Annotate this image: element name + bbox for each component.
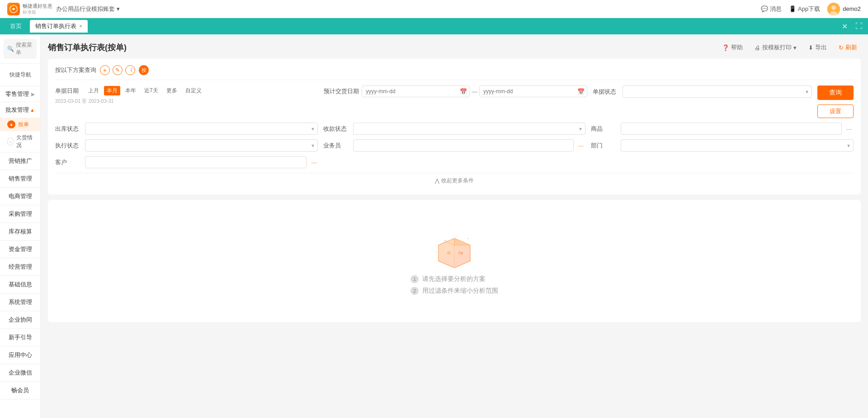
collapse-more-btn[interactable]: ⋀ 收起更多条件: [55, 173, 854, 188]
empty-step-2: 2 用过滤条件来缩小分析范围: [410, 287, 498, 295]
sidebar-item-inventory[interactable]: 库存核算: [0, 223, 40, 241]
sidebar-item-marketing[interactable]: 营销推广: [0, 152, 40, 170]
sidebar-item-coop[interactable]: 企业协同: [0, 311, 40, 329]
status-select[interactable]: [623, 86, 812, 98]
sidebar-item-finance[interactable]: 资金管理: [0, 241, 40, 258]
svg-marker-6: [454, 238, 470, 245]
edit-scheme-btn[interactable]: ✎: [113, 65, 123, 75]
print-dropdown-icon: ▾: [793, 44, 797, 51]
sidebar-item-vip[interactable]: 畅会员: [0, 382, 40, 399]
customer-more-btn[interactable]: ···: [309, 158, 319, 166]
logo-text: 畅捷通好生意 标准版: [23, 3, 52, 15]
export-icon: ⬇: [808, 44, 813, 51]
help-btn[interactable]: ❓ 帮助: [718, 42, 746, 53]
goods-input[interactable]: [621, 123, 841, 135]
empty-state: ✦ 1 请先选择要分析的方案 2 用过滤条件来缩小分析范围: [48, 200, 861, 322]
svg-point-11: [436, 252, 437, 253]
sidebar-item-wechat[interactable]: 企业微信: [0, 364, 40, 382]
date-label: 单据日期: [55, 87, 82, 95]
sidebar-item-basics[interactable]: 基础信息: [0, 276, 40, 294]
customer-label: 客户: [55, 158, 82, 166]
message-btn[interactable]: 💬 消息: [761, 5, 782, 13]
department-filter: 部门: [591, 139, 854, 152]
tab-maximize-btn[interactable]: ⛶: [854, 21, 864, 32]
single-status-filter: 单据状态 ▾: [593, 86, 812, 98]
query-btn-group: 查询 设置: [817, 86, 854, 118]
goods-more-btn[interactable]: ···: [844, 125, 854, 133]
date-more-btn[interactable]: 更多: [163, 86, 180, 96]
sidebar-search-area: 🔍 搜索菜单: [0, 34, 40, 64]
svg-point-12: [447, 251, 451, 255]
settings-btn[interactable]: 设置: [817, 104, 854, 118]
expected-date-end-wrap: 📅: [479, 86, 587, 97]
print-btn[interactable]: 🖨 按模板打印 ▾: [751, 42, 800, 53]
collapse-up-icon: ⋀: [435, 178, 439, 184]
add-scheme-btn[interactable]: +: [100, 65, 110, 75]
sidebar-item-system[interactable]: 系统管理: [0, 294, 40, 311]
sidebar-item-appstore[interactable]: 应用中心: [0, 347, 40, 364]
sidebar-item-retail[interactable]: 零售管理 ▶: [0, 86, 40, 102]
execution-status-label: 执行状态: [55, 142, 82, 150]
goods-filter: 商品 ···: [591, 123, 854, 135]
empty-step-1: 1 请先选择要分析的方案: [410, 275, 498, 283]
tab-close-btn[interactable]: ×: [79, 24, 82, 29]
date-7days-btn[interactable]: 近7天: [141, 86, 161, 96]
execution-status-select[interactable]: [85, 139, 318, 152]
warehouse-status-select[interactable]: [85, 123, 318, 135]
active-scheme: 按: [139, 65, 149, 75]
execution-status-wrap: [85, 139, 318, 152]
search-menu-btn[interactable]: 🔍 搜索菜单: [4, 39, 37, 59]
date-range-text: 2023-03-01 至 2023-03-31: [55, 98, 114, 104]
date-separator: —: [472, 88, 477, 95]
date-last-month-btn[interactable]: 上月: [85, 86, 102, 96]
tab-home[interactable]: 首页: [4, 20, 28, 33]
sidebar-nav: 快捷导航: [0, 64, 40, 86]
status-select-wrapper: ▾: [623, 86, 812, 98]
sidebar-sub-欠货情况[interactable]: ○ 欠货情况: [0, 131, 40, 152]
sidebar-item-business[interactable]: 经营管理: [0, 258, 40, 276]
collection-status-wrap: [353, 123, 586, 135]
sidebar-sub-按单[interactable]: ● 按单: [0, 118, 40, 131]
query-btn[interactable]: 查询: [817, 86, 854, 100]
customer-input[interactable]: [85, 156, 307, 168]
message-icon: 💬: [761, 5, 768, 12]
salesperson-input[interactable]: [353, 139, 574, 152]
sidebar-item-newbie[interactable]: 新手引导: [0, 329, 40, 347]
app-download-btn[interactable]: 📱 App下载: [789, 5, 820, 13]
salesperson-filter: 业务员 ···: [323, 139, 586, 152]
collection-status-select[interactable]: [353, 123, 586, 135]
logo-icon: [7, 3, 20, 15]
expected-date-start-input[interactable]: [362, 86, 470, 97]
sidebar-quick-nav[interactable]: 快捷导航: [0, 67, 40, 82]
sidebar-item-sales[interactable]: 销售管理: [0, 170, 40, 188]
department-select[interactable]: [621, 139, 854, 152]
chevron-down-icon: ▾: [117, 5, 120, 12]
expected-date-filter: 预计交货日期 📅 — 📅: [324, 86, 587, 97]
svg-point-13: [458, 251, 462, 255]
scheme-item-按单[interactable]: 按: [139, 65, 149, 75]
date-custom-btn[interactable]: 自定义: [182, 86, 205, 96]
warehouse-status-filter: 出库状态: [55, 123, 318, 135]
filter-panel: 按以下方案查询 + ✎ 《 按: [48, 59, 861, 195]
tab-close-window-btn[interactable]: ✕: [839, 21, 850, 32]
date-this-year-btn[interactable]: 本年: [122, 86, 139, 96]
scheme-label: 按以下方案查询: [55, 66, 96, 74]
date-quick-btns: 上月 本月 本年 近7天 更多 自定义: [85, 86, 205, 96]
sidebar-item-wholesale[interactable]: 批发管理 ▲: [0, 102, 40, 118]
export-btn[interactable]: ⬇ 导出: [805, 42, 830, 53]
tab-current[interactable]: 销售订单执行表 ×: [30, 20, 88, 33]
download-icon: 📱: [789, 5, 796, 12]
user-profile[interactable]: demo2: [827, 3, 861, 15]
filter-row-2: 出库状态 收款状态 商品: [55, 123, 854, 135]
refresh-btn[interactable]: ↻ 刷新: [835, 42, 861, 53]
sidebar-item-ecom[interactable]: 电商管理: [0, 188, 40, 205]
app-selector[interactable]: 办公用品行业模拟账套 ▾: [56, 5, 120, 13]
sidebar-item-purchase[interactable]: 采购管理: [0, 205, 40, 223]
date-this-month-btn[interactable]: 本月: [104, 86, 120, 95]
expected-date-end-input[interactable]: [479, 86, 587, 97]
salesperson-more-btn[interactable]: ···: [576, 142, 586, 149]
collapse-scheme-btn[interactable]: 《: [125, 65, 135, 75]
page-actions: ❓ 帮助 🖨 按模板打印 ▾ ⬇ 导出 ↻ 刷新: [718, 42, 861, 53]
execution-status-filter: 执行状态: [55, 139, 318, 152]
collection-status-filter: 收款状态: [323, 123, 586, 135]
